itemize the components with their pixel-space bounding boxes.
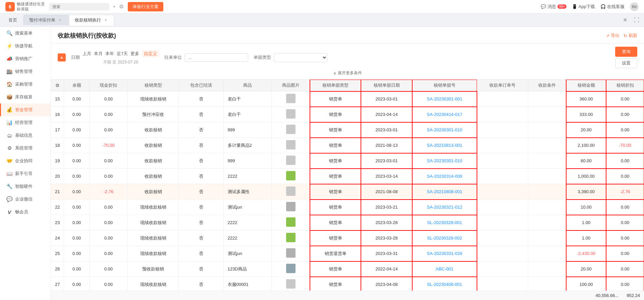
td-cancel-no[interactable]: ABC-001 [412, 261, 477, 277]
td-row-num: 19 [51, 153, 64, 169]
th-receipt-order-no: 收款单订单号 [477, 80, 528, 91]
cancel-no-link[interactable]: SA-20230314-008 [427, 174, 463, 179]
purchase-icon: 🏠 [6, 81, 12, 87]
sidebar-item-hardware[interactable]: 🔧 智能硬件 [0, 180, 51, 193]
td-cash-discount: 0.00 [89, 261, 127, 277]
td-cancel-no[interactable]: SA-20230414-017 [412, 107, 477, 122]
td-product-image [272, 200, 310, 215]
date-last-month[interactable]: 上月 [83, 51, 91, 57]
user-avatar[interactable]: Rit [630, 2, 639, 11]
prepay-tab-close-icon[interactable]: × [57, 17, 63, 23]
td-cancel-amount: 333.00 [566, 107, 606, 122]
sidebar-item-marketing[interactable]: 📣 营销推广 [0, 52, 51, 65]
td-balance: 0.00 [64, 230, 89, 246]
td-cancel-no[interactable]: SA-20230314-008 [412, 169, 477, 184]
date-7days[interactable]: 近7天 [117, 51, 128, 57]
cancel-no-link[interactable]: SA-20230301-010 [427, 158, 463, 163]
td-cancel-no[interactable]: SL-20230328-001 [412, 215, 477, 230]
counterpart-input[interactable] [184, 53, 248, 62]
voucher-type-select[interactable] [274, 53, 327, 62]
td-cancel-date: 2021-08-13 [361, 138, 412, 153]
cancel-no-link[interactable]: SA-20230301-010 [427, 127, 463, 132]
cancel-no-link[interactable]: SA-20230331-026 [427, 251, 463, 256]
td-cancel-date: 2023-03-01 [361, 122, 412, 138]
tab-expand-button[interactable]: ⛶ [632, 16, 641, 24]
online-service-item[interactable]: 🎧 在线客服 [600, 4, 625, 10]
date-this-year[interactable]: 本年 [105, 51, 114, 57]
td-cancel-no[interactable]: SA-20230321-012 [412, 200, 477, 215]
cancel-no-link[interactable]: SA-20230414-017 [427, 112, 463, 117]
tab-receipts[interactable]: 收款核销执行 × [69, 15, 114, 26]
sidebar-item-basic[interactable]: 🗂 基础信息 [0, 129, 51, 142]
message-icon-item[interactable]: 💬 消息 99+ [541, 4, 567, 10]
cancel-no-link[interactable]: SA-20230321-012 [427, 205, 463, 210]
sidebar-item-business[interactable]: 📊 经营管理 [0, 116, 51, 129]
td-receipt-order-no [477, 184, 528, 200]
sidebar-item-sales[interactable]: 🏬 销售管理 [0, 65, 51, 78]
trial-industry-button[interactable]: 体验行业方案 [128, 2, 163, 11]
tab-close-all-button[interactable]: ✕ [621, 16, 629, 24]
date-custom[interactable]: 自定义 [142, 50, 159, 57]
cancel-no-link[interactable]: SA-20230301-001 [427, 96, 463, 101]
sidebar-item-enterprise[interactable]: 🤝 企业协同 [0, 155, 51, 167]
table-footer: 40,556,66... 952.24 [51, 291, 644, 300]
sidebar-item-wechat[interactable]: 💬 企业微信 [0, 193, 51, 206]
export-button[interactable]: ↗ 导出 [606, 33, 620, 39]
cancel-no-link[interactable]: SL-20230328-002 [427, 235, 462, 241]
td-cancel-no[interactable]: SL-20230408-001 [412, 277, 477, 291]
td-cancel-no[interactable]: SA-20210808-001 [412, 184, 477, 200]
table-row: 190.000.00收款核销否999销货单2023-03-01SA-202303… [51, 153, 644, 169]
td-cancel-no[interactable]: SL-20230328-002 [412, 230, 477, 246]
expand-more-conditions-button[interactable]: ∨ 展开更多条件 [333, 70, 362, 76]
td-cancel-type: 收款核销 [127, 184, 178, 200]
filter-row: » 日期 上月 本月 本年 近7天 更多 自定义 不限 至 2023-07-26 [58, 47, 637, 68]
th-settings[interactable]: ⚙ [51, 80, 64, 91]
cancel-no-link[interactable]: SL-20230328-001 [427, 220, 462, 225]
sidebar-item-inventory[interactable]: 📦 库存核算 [0, 91, 51, 103]
tab-prepay[interactable]: 预付冲应付单 × [23, 15, 68, 25]
td-cancel-no[interactable]: SA-20230301-010 [412, 153, 477, 169]
td-cancel-no[interactable]: SA-20230331-026 [412, 246, 477, 261]
product-image-thumb [286, 140, 296, 149]
cancel-no-link[interactable]: SA-20210808-001 [427, 189, 463, 194]
receipts-tab-close-icon[interactable]: × [103, 17, 108, 23]
sidebar-item-purchase[interactable]: 🏠 采购管理 [0, 78, 51, 91]
tab-home[interactable]: 首页 [3, 15, 23, 25]
counterpart-filter-group: 往来单位 [164, 53, 248, 62]
cancel-no-link[interactable]: ABC-001 [436, 266, 453, 271]
app-download-item[interactable]: 📱 App下载 [572, 4, 595, 10]
td-cancel-no[interactable]: SA-20210813-001 [412, 138, 477, 153]
sidebar-item-search[interactable]: 🔍 搜索菜单 [0, 27, 51, 40]
td-cancel-date: 2021-08-08 [361, 184, 412, 200]
sidebar-item-guide[interactable]: 📖 新手引导 [0, 167, 51, 180]
sidebar-item-member[interactable]: V 畅会员 [0, 206, 51, 218]
sidebar-item-quick-nav[interactable]: ⚡ 快捷导航 [0, 40, 51, 52]
td-receipt-condition [528, 215, 566, 230]
td-cancel-voucher-type: 销货退货单 [310, 246, 361, 261]
td-product: 测试jun [223, 200, 272, 215]
date-range-text: 不限 至 2023-07-26 [103, 59, 138, 65]
td-balance: 0.00 [64, 261, 89, 277]
td-cancel-date: 2023-03-31 [361, 246, 412, 261]
td-row-num: 23 [51, 215, 64, 230]
td-product-image [272, 138, 310, 153]
settings-gear-icon[interactable]: ⚙ [119, 3, 124, 10]
cancel-no-link[interactable]: SL-20230408-001 [427, 282, 462, 287]
sidebar-item-finance[interactable]: 💰 资金管理 [0, 103, 51, 116]
date-more[interactable]: 更多 [130, 51, 139, 57]
column-settings-icon[interactable]: ⚙ [55, 83, 60, 88]
filter-setting-button[interactable]: 设置 [615, 58, 637, 68]
main-layout: 🔍 搜索菜单 ⚡ 快捷导航 📣 营销推广 🏬 销售管理 🏠 采购管理 📦 库存核… [0, 27, 644, 300]
td-cancel-no[interactable]: SA-20230301-001 [412, 91, 477, 107]
query-button[interactable]: 查询 [615, 47, 637, 57]
td-product: 123D商品 [223, 261, 272, 277]
filter-expand-button[interactable]: » [58, 53, 66, 61]
date-this-month[interactable]: 本月 [94, 51, 103, 57]
td-receipt-order-no [477, 215, 528, 230]
td-cash-discount: 0.00 [89, 215, 127, 230]
td-cancel-no[interactable]: SA-20230301-010 [412, 122, 477, 138]
cancel-no-link[interactable]: SA-20210813-001 [427, 143, 463, 148]
global-search-input[interactable] [49, 3, 109, 10]
refresh-button[interactable]: ↻ 刷新 [624, 33, 637, 39]
sidebar-item-system[interactable]: ⚙ 系统管理 [0, 142, 51, 155]
